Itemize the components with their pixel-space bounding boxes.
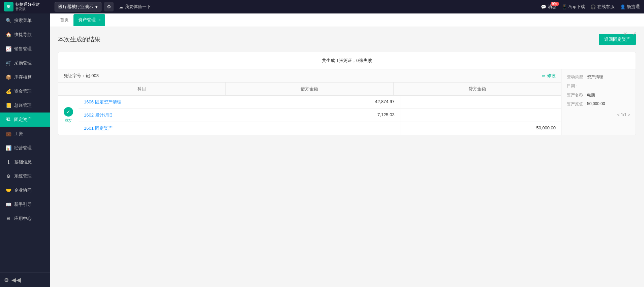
sales-icon: 📈 — [5, 46, 11, 52]
page-title-row: 本次生成的结果 返回固定资产 — [58, 34, 636, 45]
info-change-type: 变动类型： 资产清理 — [567, 74, 630, 80]
collapse-icon[interactable]: ◀◀ — [11, 276, 21, 284]
table-row: 1601 固定资产 50,000.00 — [79, 122, 561, 135]
online-service-button[interactable]: 🎧 在线客服 — [590, 4, 615, 10]
sidebar-item-quick-nav[interactable]: 🏠 快捷导航 — [0, 28, 50, 42]
home-icon: 🏠 — [5, 32, 11, 38]
inventory-icon: 📦 — [5, 74, 11, 80]
row1-subject: 1606 固定资产清理 — [79, 96, 239, 108]
table-row: 1606 固定资产清理 42,874.97 — [79, 96, 561, 109]
row2-subject: 1602 累计折旧 — [79, 109, 239, 122]
header-middle: 医疗器械行业演示 ▾ ⚙ ☁ 我要体验一下 — [51, 2, 541, 11]
app-download-button[interactable]: 📱 App下载 — [562, 4, 585, 10]
voucher-table: 科目 借方金额 贷方金额 ✓ 成功 — [58, 83, 561, 135]
sidebar-label-basic-info: 基础信息 — [14, 159, 32, 165]
sidebar-item-payroll[interactable]: 💼 工资 — [0, 127, 50, 141]
asset-name-value: 电脑 — [587, 92, 595, 98]
service-icon: 🎧 — [590, 4, 596, 9]
payroll-icon: 💼 — [5, 131, 11, 137]
sidebar-item-system[interactable]: ⚙ 系统管理 — [0, 169, 50, 183]
fixed-assets-icon: 🏗 — [5, 117, 11, 123]
next-page-button[interactable]: > — [628, 113, 630, 117]
tab-asset-management-label: 资产管理 — [78, 17, 96, 23]
sidebar-item-enterprise[interactable]: 🤝 企业协同 — [0, 183, 50, 197]
app-name: 畅捷通好业财 — [16, 2, 40, 7]
user-icon: 👤 — [620, 4, 625, 9]
page-info: 1/1 — [621, 113, 626, 117]
info-date: 日期： — [567, 83, 630, 89]
sidebar-item-capital[interactable]: 💰 资金管理 — [0, 84, 50, 98]
page-content: 本次生成的结果 返回固定资产 共生成 1张凭证，0张失败 凭证字号：记-003 … — [50, 27, 644, 287]
sidebar-item-inventory[interactable]: 📦 库存核算 — [0, 70, 50, 84]
ledger-icon: 📒 — [5, 102, 11, 108]
success-circle-icon: ✓ — [64, 107, 73, 117]
voucher-right: 变动类型： 资产清理 日期： 资产名称： 电脑 资产原值： — [561, 69, 636, 135]
system-icon: ⚙ — [5, 173, 11, 179]
user-button[interactable]: 👤 畅捷通 — [620, 4, 640, 10]
settings-bottom-icon[interactable]: ⚙ — [4, 277, 9, 283]
col-debit: 借方金额 — [226, 83, 393, 95]
row2-debit: 7,125.03 — [239, 109, 400, 122]
search-icon: 🔍 — [5, 18, 11, 24]
expand-panel-button[interactable]: ⤢ — [631, 30, 639, 38]
basic-info-icon: ℹ — [5, 159, 11, 165]
row2-credit — [400, 109, 561, 122]
success-indicator: ✓ 成功 — [58, 96, 79, 135]
dropdown-arrow-icon: ▾ — [95, 4, 98, 9]
row1-debit: 42,874.97 — [239, 96, 400, 108]
experience-label: 我要体验一下 — [125, 4, 151, 10]
close-panel-button[interactable]: ✕ — [621, 30, 629, 38]
sidebar-label-management: 经营管理 — [14, 145, 32, 151]
tab-close-button[interactable]: × — [98, 18, 100, 22]
experience-button[interactable]: ☁ 我要体验一下 — [116, 2, 154, 11]
sidebar-item-sales[interactable]: 📈 销售管理 — [0, 42, 50, 56]
sidebar-item-search[interactable]: 🔍 搜索菜单 — [0, 13, 50, 28]
app-version: 普及版 — [16, 7, 40, 11]
settings-button[interactable]: ⚙ — [104, 2, 114, 11]
info-asset-name: 资产名称： 电脑 — [567, 92, 630, 98]
row3-subject: 1601 固定资产 — [79, 122, 239, 135]
pagination: < 1/1 > — [567, 113, 630, 117]
row3-credit: 50,000.00 — [400, 122, 561, 135]
purchase-icon: 🛒 — [5, 60, 11, 66]
main-layout: 🔍 搜索菜单 🏠 快捷导航 📈 销售管理 🛒 采购管理 📦 库存核算 💰 资金管… — [0, 13, 644, 287]
sidebar-label-quick-nav: 快捷导航 — [14, 32, 32, 38]
sidebar-label-fixed-assets: 固定资产 — [14, 117, 32, 123]
sidebar-item-purchase[interactable]: 🛒 采购管理 — [0, 56, 50, 70]
table-header: 科目 借方金额 贷方金额 — [58, 83, 561, 96]
panel-controls: ✕ ⤢ — [621, 30, 639, 38]
sidebar-item-fixed-assets[interactable]: 🏗 固定资产 — [0, 113, 50, 127]
sidebar-item-management[interactable]: 📊 经营管理 — [0, 141, 50, 155]
guide-icon: 📖 — [5, 201, 11, 208]
header-right: 💬 消息 99+ 📱 App下载 🎧 在线客服 👤 畅捷通 — [541, 4, 640, 10]
edit-button[interactable]: ✏ 修改 — [542, 73, 556, 79]
sidebar-item-ledger[interactable]: 📒 总账管理 — [0, 98, 50, 113]
result-card: 共生成 1张凭证，0张失败 凭证字号：记-003 ✏ 修改 — [58, 52, 636, 135]
app-download-label: App下载 — [569, 4, 585, 10]
success-text: 成功 — [64, 118, 72, 124]
cloud-icon: ☁ — [119, 4, 123, 9]
asset-value-value: 50,000.00 — [587, 101, 605, 106]
tab-home-label: 首页 — [60, 17, 69, 23]
tab-home[interactable]: 首页 — [55, 14, 73, 26]
sidebar-label-inventory: 库存核算 — [14, 74, 32, 80]
asset-value-label: 资产原值： — [567, 101, 587, 107]
app-center-icon: 🖥 — [5, 216, 11, 222]
sidebar-item-basic-info[interactable]: ℹ 基础信息 — [0, 155, 50, 169]
app-logo: 财 畅捷通好业财 普及版 — [4, 2, 51, 11]
sidebar-bottom: ⚙ ◀◀ — [0, 273, 50, 287]
voucher-section: 凭证字号：记-003 ✏ 修改 科目 借方金额 贷方金额 — [58, 69, 636, 135]
prev-page-button[interactable]: < — [617, 113, 619, 117]
asset-name-label: 资产名称： — [567, 92, 587, 98]
sidebar-item-guide[interactable]: 📖 新手引导 — [0, 197, 50, 212]
tab-asset-management[interactable]: 资产管理 × — [73, 14, 105, 26]
message-button[interactable]: 💬 消息 99+ — [541, 4, 556, 10]
voucher-number: 凭证字号：记-003 — [64, 73, 99, 79]
logo-icon: 财 — [4, 2, 13, 11]
sidebar-item-app-center[interactable]: 🖥 应用中心 — [0, 212, 50, 226]
capital-icon: 💰 — [5, 88, 11, 94]
sidebar-label-search: 搜索菜单 — [14, 18, 32, 24]
page-title: 本次生成的结果 — [58, 35, 100, 43]
company-selector[interactable]: 医疗器械行业演示 ▾ — [55, 2, 101, 11]
sidebar-label-guide: 新手引导 — [14, 201, 32, 208]
